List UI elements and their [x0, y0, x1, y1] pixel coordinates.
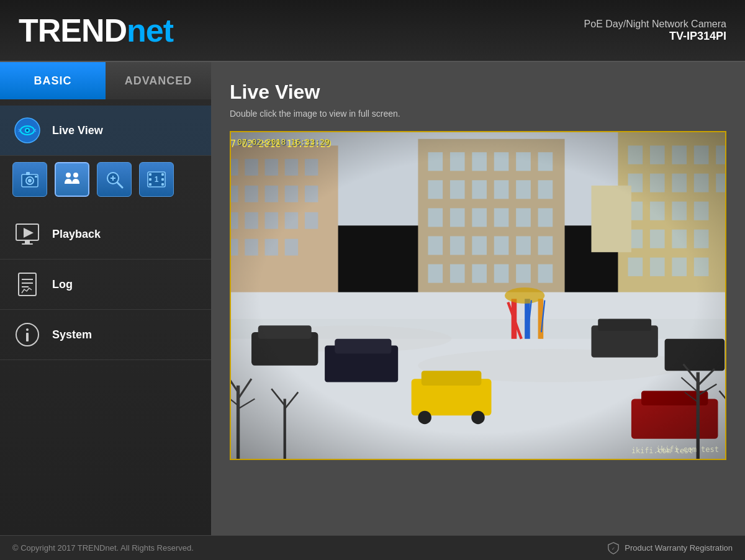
log-label: Log	[52, 278, 73, 291]
multiview-button[interactable]: 1	[139, 162, 174, 197]
svg-point-14	[73, 173, 78, 178]
snapshot-button[interactable]	[12, 162, 47, 197]
tab-bar: BASIC ADVANCED	[0, 62, 211, 99]
svg-rect-31	[19, 273, 36, 296]
camera-timestamp: 07-02-2018 16:33:29	[237, 137, 330, 147]
svg-rect-12	[35, 176, 37, 178]
sidebar-item-system[interactable]: System	[0, 310, 211, 360]
product-line: PoE Day/Night Network Camera	[584, 19, 726, 30]
camera-watermark: ikifi.com test	[656, 445, 719, 454]
shield-icon: ✓	[607, 542, 620, 554]
live-view-toolbar: 1	[0, 156, 211, 209]
svg-point-3	[26, 129, 29, 132]
svg-rect-29	[25, 240, 30, 243]
svg-rect-23	[161, 173, 164, 176]
live-view-label: Live View	[52, 124, 103, 137]
svg-rect-37	[26, 333, 29, 341]
svg-rect-11	[26, 172, 30, 175]
sidebar-item-playback[interactable]: Playback	[0, 209, 211, 260]
log-icon	[12, 269, 42, 299]
svg-rect-22	[149, 183, 151, 186]
copyright-text: © Copyright 2017 TRENDnet. All Rights Re…	[12, 543, 194, 553]
svg-rect-20	[149, 173, 151, 176]
system-icon	[12, 320, 42, 350]
svg-point-36	[26, 328, 29, 331]
page-title: Live View	[230, 81, 726, 104]
main-area: BASIC ADVANCED	[0, 62, 745, 535]
system-label: System	[52, 328, 92, 341]
header-right: PoE Day/Night Network Camera TV-IP314PI	[584, 19, 726, 43]
playback-label: Playback	[52, 228, 101, 241]
logo: TRENDnet	[19, 12, 173, 49]
svg-point-13	[66, 173, 71, 178]
content-area: Live View Double click the image to view…	[211, 62, 745, 535]
svg-rect-30	[22, 243, 33, 245]
svg-marker-28	[24, 228, 34, 238]
zoom-button[interactable]	[97, 162, 132, 197]
tab-advanced[interactable]: ADVANCED	[106, 62, 211, 99]
tab-basic[interactable]: BASIC	[0, 62, 106, 99]
sidebar-item-log[interactable]: Log	[0, 260, 211, 310]
camera-feed[interactable]: 07-02-2018 16:33:29 ikifi.com test	[230, 131, 726, 460]
svg-rect-24	[161, 178, 164, 181]
page-subtitle: Double click the image to view in full s…	[230, 109, 726, 119]
model-number: TV-IP314PI	[584, 30, 726, 43]
svg-point-10	[28, 179, 32, 183]
warranty-link[interactable]: ✓ Product Warranty Registration	[607, 542, 733, 554]
svg-rect-155	[231, 132, 725, 459]
record-button[interactable]	[55, 162, 89, 197]
svg-text:1: 1	[155, 175, 159, 184]
svg-text:✓: ✓	[612, 545, 615, 551]
svg-line-16	[117, 183, 122, 187]
warranty-text: Product Warranty Registration	[625, 543, 733, 553]
live-view-icon	[12, 115, 42, 145]
sidebar-menu: Live View	[0, 99, 211, 535]
logo-net: net	[127, 12, 173, 48]
playback-icon	[12, 219, 42, 249]
sidebar: BASIC ADVANCED	[0, 62, 211, 535]
svg-rect-21	[149, 178, 151, 181]
footer: © Copyright 2017 TRENDnet. All Rights Re…	[0, 535, 745, 560]
header: TRENDnet PoE Day/Night Network Camera TV…	[0, 0, 745, 62]
sidebar-item-live-view[interactable]: Live View	[0, 106, 211, 156]
svg-rect-25	[161, 183, 164, 186]
logo-trend: TREND	[19, 12, 127, 48]
